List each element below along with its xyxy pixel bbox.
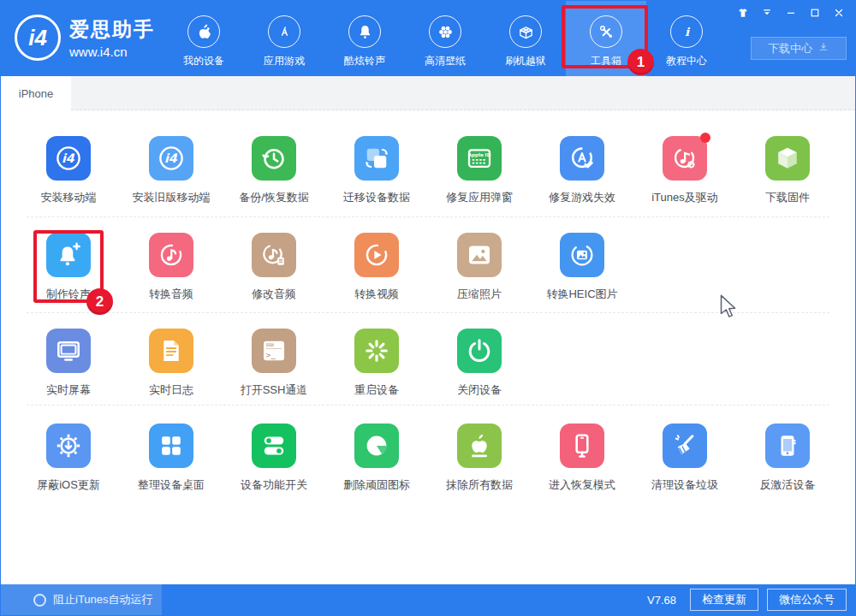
nav-item-label: 刷机越狱 xyxy=(505,54,546,68)
tool-delete-stubborn-icons[interactable]: 删除顽固图标 xyxy=(325,424,428,500)
tool-label: 修复应用弹窗 xyxy=(446,190,513,205)
wechat-official-button[interactable]: 微信公众号 xyxy=(767,589,847,611)
nav-item-label: 酷炫铃声 xyxy=(344,54,385,68)
tool-label: 重启设备 xyxy=(354,382,399,398)
tool-label: 备份/恢复数据 xyxy=(239,190,309,205)
nav-item-tutorial-center[interactable]: i教程中心 xyxy=(646,1,727,76)
title-bar: i4 爱思助手 www.i4.cn 我的设备应用游戏酷炫铃声高清壁纸刷机越狱工具… xyxy=(1,1,855,76)
recovery-icon xyxy=(560,424,604,468)
tool-erase-all-data[interactable]: 抹除所有数据 xyxy=(428,424,531,500)
tool-clean-device-junk[interactable]: 清理设备垃圾 xyxy=(633,424,736,500)
broom-icon xyxy=(663,424,707,468)
tool-block-ios-update[interactable]: 屏蔽iOS更新 xyxy=(17,424,120,500)
spinner-icon xyxy=(354,329,399,373)
download-icon xyxy=(817,41,829,56)
note-circle-icon xyxy=(149,233,193,277)
minimize-button[interactable] xyxy=(784,8,797,21)
tool-label: 安装移动端 xyxy=(41,190,97,205)
photo-icon xyxy=(457,233,502,277)
i4-logo-icon: i4 xyxy=(149,136,193,181)
svg-text:SSH: SSH xyxy=(266,342,274,347)
nav-item-my-devices[interactable]: 我的设备 xyxy=(163,1,244,76)
photo-circle-icon xyxy=(560,233,604,277)
tool-label: 打开SSH通道 xyxy=(241,382,308,398)
nav-item-cool-ringtones[interactable]: 酷炫铃声 xyxy=(324,1,405,76)
tool-label: 关闭设备 xyxy=(457,382,502,398)
play-circle-icon xyxy=(354,233,399,277)
document-icon xyxy=(149,329,193,373)
maximize-button[interactable] xyxy=(808,8,821,21)
tab-iphone[interactable]: iPhone xyxy=(1,76,71,110)
tool-fix-game-invalid[interactable]: 修复游戏失效 xyxy=(531,136,633,216)
close-icon xyxy=(833,7,845,22)
tool-convert-heic[interactable]: 转换HEIC图片 xyxy=(531,233,633,312)
tool-live-screen[interactable]: 实时屏幕 xyxy=(17,329,120,405)
close-button[interactable] xyxy=(832,8,845,21)
tool-enter-recovery-mode[interactable]: 进入恢复模式 xyxy=(531,424,633,500)
check-update-button[interactable]: 检查更新 xyxy=(690,589,758,611)
tool-label: 设备功能开关 xyxy=(241,477,307,493)
tool-label: 下载固件 xyxy=(765,190,810,205)
shirt-icon xyxy=(737,7,749,22)
block-itunes-autorun-toggle[interactable]: 阻止iTunes自动运行 xyxy=(1,584,162,615)
tool-backup-restore-data[interactable]: 备份/恢复数据 xyxy=(223,136,325,216)
note-edit-icon xyxy=(252,233,296,277)
status-bar: 阻止iTunes自动运行 V7.68 检查更新 微信公众号 xyxy=(1,584,855,615)
tool-live-log[interactable]: 实时日志 xyxy=(120,329,223,405)
tool-convert-audio[interactable]: 转换音频 xyxy=(120,233,223,312)
nav-item-apps-games[interactable]: 应用游戏 xyxy=(244,1,324,76)
app-logo[interactable]: i4 爱思助手 www.i4.cn xyxy=(15,15,155,61)
tool-row-1: i4安装移动端i4安装旧版移动端备份/恢复数据迁移设备数据Apple ID修复应… xyxy=(1,110,855,216)
tool-label: 转换HEIC图片 xyxy=(546,287,617,302)
radio-circle-icon xyxy=(33,594,46,607)
tool-label: 修复游戏失效 xyxy=(549,190,615,205)
tool-label: 删除顽固图标 xyxy=(343,477,410,493)
nav-item-hd-wallpapers[interactable]: 高清壁纸 xyxy=(405,1,485,76)
tool-reboot-device[interactable]: 重启设备 xyxy=(325,329,428,405)
tool-install-old-mobile[interactable]: i4安装旧版移动端 xyxy=(120,136,223,216)
tool-label: 修改音频 xyxy=(252,287,296,302)
tool-compress-photos[interactable]: 压缩照片 xyxy=(428,233,531,312)
tool-label: 进入恢复模式 xyxy=(549,477,615,493)
nav-item-label: 教程中心 xyxy=(666,54,707,68)
download-center-label: 下载中心 xyxy=(768,41,812,56)
menu-arrow-icon xyxy=(761,7,773,22)
theme-button[interactable] xyxy=(736,8,749,21)
menu-button[interactable] xyxy=(760,8,773,21)
clock-pie-icon xyxy=(354,424,399,468)
tool-row-4: 屏蔽iOS更新整理设备桌面设备功能开关删除顽固图标抹除所有数据进入恢复模式清理设… xyxy=(1,406,855,500)
tool-shutdown-device[interactable]: 关闭设备 xyxy=(428,329,531,405)
tool-label: 制作铃声 xyxy=(46,287,91,302)
tool-deactivate-device[interactable]: 反激活设备 xyxy=(736,424,839,500)
tool-label: 转换视频 xyxy=(354,287,399,302)
tool-fix-app-popup[interactable]: Apple ID修复应用弹窗 xyxy=(428,136,531,216)
annotation-step1-badge: 1 xyxy=(627,49,654,75)
tool-open-ssh-tunnel[interactable]: SSH>_打开SSH通道 xyxy=(223,329,325,405)
nav-item-flash-jailbreak[interactable]: 刷机越狱 xyxy=(485,1,566,76)
tool-install-mobile[interactable]: i4安装移动端 xyxy=(17,136,120,216)
time-machine-icon xyxy=(252,136,296,181)
minimize-icon xyxy=(785,7,797,22)
grid4-icon xyxy=(149,424,193,468)
tool-download-firmware[interactable]: 下载固件 xyxy=(736,136,839,216)
tool-organize-desktop[interactable]: 整理设备桌面 xyxy=(120,424,223,500)
tool-label: 转换音频 xyxy=(149,287,193,302)
monitor-icon xyxy=(46,329,91,373)
nav-item-label: 工具箱 xyxy=(591,54,621,68)
apple-erase-icon xyxy=(457,424,502,468)
tool-row-3: 实时屏幕实时日志SSH>_打开SSH通道重启设备关闭设备 xyxy=(1,313,855,405)
nav-item-label: 应用游戏 xyxy=(264,54,305,68)
tool-label: 整理设备桌面 xyxy=(138,477,205,493)
info-icon: i xyxy=(670,15,703,48)
window-controls xyxy=(736,8,845,21)
transfer-icon xyxy=(354,136,399,181)
itunes-gear-icon xyxy=(663,136,707,181)
tool-label: 清理设备垃圾 xyxy=(651,477,718,493)
download-center-button[interactable]: 下载中心 xyxy=(751,37,847,60)
svg-text:i4: i4 xyxy=(62,151,75,165)
tool-edit-audio[interactable]: 修改音频 xyxy=(223,233,325,312)
tool-migrate-device-data[interactable]: 迁移设备数据 xyxy=(325,136,428,216)
tool-device-feature-switch[interactable]: 设备功能开关 xyxy=(223,424,325,500)
tool-itunes-and-driver[interactable]: iTunes及驱动 xyxy=(633,136,736,216)
tool-convert-video[interactable]: 转换视频 xyxy=(325,233,428,312)
